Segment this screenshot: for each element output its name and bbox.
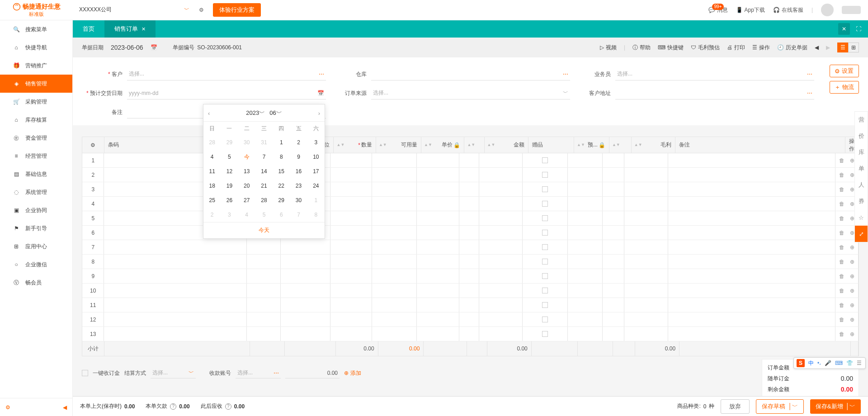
month-select[interactable]: 06﹀: [269, 109, 282, 117]
fullscreen-icon[interactable]: ⛶: [853, 23, 864, 35]
copy-row-icon[interactable]: ⊕: [850, 317, 854, 323]
sidebar-item-4[interactable]: 🛒采购管理: [0, 93, 72, 111]
tab-home[interactable]: 首页: [73, 20, 104, 38]
settings-bottom-icon[interactable]: ⚙: [5, 404, 10, 411]
th-gross[interactable]: ▲▼毛利: [632, 137, 675, 153]
copy-row-icon[interactable]: ⊕: [850, 157, 854, 164]
gift-checkbox[interactable]: [542, 259, 548, 265]
gift-checkbox[interactable]: [542, 273, 548, 279]
dock-item-1[interactable]: 价: [855, 128, 868, 144]
sidebar-item-14[interactable]: Ⓥ畅会员: [0, 274, 72, 292]
delete-row-icon[interactable]: 🗑: [839, 186, 844, 193]
table-row[interactable]: 3🗑⊕: [82, 182, 859, 197]
sidebar-item-0[interactable]: 🔍搜索菜单: [0, 20, 72, 38]
copy-row-icon[interactable]: ⊕: [850, 244, 854, 251]
company-select[interactable]: XXXXXX公司﹀: [79, 4, 192, 16]
next-doc-icon[interactable]: ▶: [826, 44, 830, 51]
prev-doc-icon[interactable]: ◀: [815, 44, 819, 51]
doc-date-value[interactable]: 2023-06-06: [111, 44, 143, 51]
date-cell[interactable]: 13: [238, 164, 255, 179]
date-cell[interactable]: 28: [255, 193, 273, 208]
delete-row-icon[interactable]: 🗑: [839, 273, 844, 279]
sidebar-item-8[interactable]: ▤基础信息: [0, 165, 72, 183]
more-icon[interactable]: ⋯: [807, 90, 812, 96]
date-cell[interactable]: 2: [203, 208, 221, 222]
date-cell[interactable]: 17: [307, 164, 325, 179]
copy-row-icon[interactable]: ⊕: [850, 215, 854, 222]
salesperson-input[interactable]: 选择...⋯: [615, 68, 814, 80]
table-row[interactable]: 10🗑⊕: [82, 284, 859, 298]
gift-checkbox[interactable]: [542, 244, 548, 250]
date-cell[interactable]: 1: [307, 193, 325, 208]
dock-item-0[interactable]: 营: [855, 112, 868, 128]
copy-row-icon[interactable]: ⊕: [850, 230, 854, 236]
gift-checkbox[interactable]: [542, 230, 548, 236]
table-row[interactable]: 2🗑⊕: [82, 168, 859, 182]
calendar-icon[interactable]: 📅: [317, 90, 324, 96]
delete-row-icon[interactable]: 🗑: [839, 157, 844, 164]
print-link[interactable]: 🖨打印: [727, 44, 745, 52]
prev-month-icon[interactable]: ‹: [203, 109, 214, 116]
gross-estimate-link[interactable]: 🛡毛利预估: [691, 44, 720, 52]
delete-row-icon[interactable]: 🗑: [839, 259, 844, 265]
th-available[interactable]: ▲▼可用量: [376, 137, 421, 153]
close-all-tabs-icon[interactable]: ✕: [838, 23, 850, 35]
trial-button[interactable]: 体验行业方案: [213, 3, 261, 17]
dock-item-5[interactable]: 券: [855, 193, 868, 209]
gift-checkbox[interactable]: [542, 288, 548, 293]
date-cell[interactable]: 今: [238, 150, 255, 164]
app-download-link[interactable]: 📱App下载: [736, 6, 765, 14]
date-cell[interactable]: 11: [203, 164, 221, 179]
delete-row-icon[interactable]: 🗑: [839, 172, 844, 178]
payment-amount-input[interactable]: 0.00: [285, 368, 340, 378]
year-select[interactable]: 2023﹀: [246, 109, 265, 117]
delete-row-icon[interactable]: 🗑: [839, 317, 844, 323]
date-cell[interactable]: 15: [273, 164, 290, 179]
date-cell[interactable]: 19: [221, 179, 238, 193]
copy-row-icon[interactable]: ⊕: [850, 331, 854, 337]
video-link[interactable]: ▷视频: [600, 44, 617, 52]
sidebar-item-7[interactable]: ≡经营管理: [0, 147, 72, 165]
table-row[interactable]: 13🗑⊕: [82, 327, 859, 341]
account-select[interactable]: 选择...⋯: [236, 368, 281, 378]
dock-item-6[interactable]: ☆: [855, 209, 868, 226]
collapse-sidebar-icon[interactable]: ◀: [63, 404, 67, 411]
logistics-button[interactable]: ＋物流: [830, 81, 859, 94]
date-cell[interactable]: 28: [203, 135, 221, 150]
copy-row-icon[interactable]: ⊕: [850, 288, 854, 294]
ime-toolbar[interactable]: S 中 •، 🎤 ⌨ 👕 ☰: [793, 357, 866, 369]
messages-link[interactable]: 💬消息99+: [708, 6, 728, 14]
add-payment-link[interactable]: ⊕添加: [344, 369, 361, 377]
date-cell[interactable]: 9: [290, 150, 307, 164]
date-cell[interactable]: 27: [238, 193, 255, 208]
gift-checkbox[interactable]: [542, 331, 548, 337]
table-row[interactable]: 5🗑⊕: [82, 211, 859, 226]
table-row[interactable]: 9🗑⊕: [82, 269, 859, 284]
date-cell[interactable]: 18: [203, 179, 221, 193]
next-month-icon[interactable]: ›: [314, 109, 325, 116]
date-cell[interactable]: 7: [290, 208, 307, 222]
warehouse-input[interactable]: ⋯: [371, 68, 570, 80]
dock-item-3[interactable]: 单: [855, 161, 868, 177]
delete-row-icon[interactable]: 🗑: [839, 201, 844, 207]
date-cell[interactable]: 26: [221, 193, 238, 208]
today-button[interactable]: 今天: [203, 222, 325, 238]
info-icon[interactable]: ?: [170, 403, 176, 410]
date-cell[interactable]: 31: [255, 135, 273, 150]
gift-checkbox[interactable]: [542, 302, 548, 308]
shortcut-link[interactable]: ⌨快捷键: [658, 44, 684, 52]
date-cell[interactable]: 30: [290, 193, 307, 208]
dock-item-4[interactable]: 人: [855, 177, 868, 193]
copy-row-icon[interactable]: ⊕: [850, 302, 854, 308]
gift-checkbox[interactable]: [542, 186, 548, 192]
date-cell[interactable]: 4: [238, 208, 255, 222]
table-settings-icon[interactable]: ⚙: [82, 137, 104, 153]
th-remark[interactable]: ▲▼备注: [675, 137, 845, 153]
delete-row-icon[interactable]: 🗑: [839, 288, 844, 294]
date-cell[interactable]: 12: [221, 164, 238, 179]
dock-item-7[interactable]: ⤢: [855, 226, 868, 242]
customer-input[interactable]: 选择...⋯: [127, 68, 326, 80]
calendar-icon[interactable]: 📅: [151, 44, 157, 51]
date-cell[interactable]: 6: [273, 208, 290, 222]
date-cell[interactable]: 20: [238, 179, 255, 193]
